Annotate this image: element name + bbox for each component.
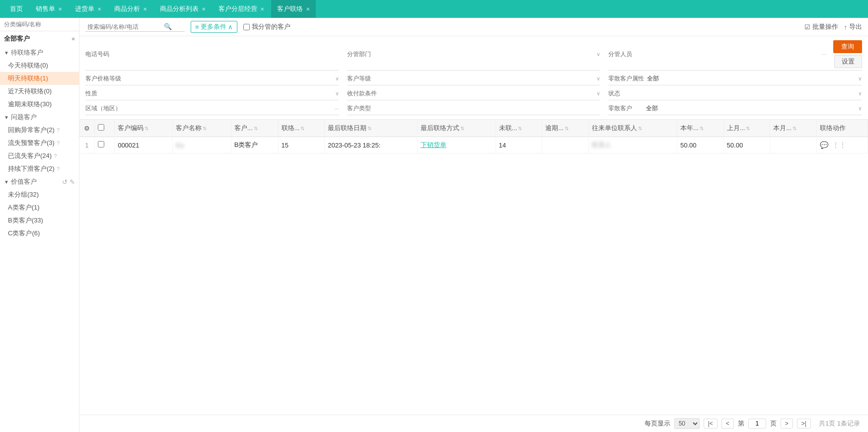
col-type: 客户...⇅ xyxy=(231,120,278,137)
nav-product-analysis[interactable]: 商品分析 ✕ xyxy=(108,0,153,18)
search-wrap: 🔍 xyxy=(85,22,185,32)
sidebar-item-ungrouped[interactable]: 未分组(32) xyxy=(0,188,79,201)
nav-close-sales[interactable]: ✕ xyxy=(58,6,62,12)
chevron-down-icon6[interactable]: ∨ xyxy=(596,90,600,97)
chevron-down-icon4[interactable]: ∨ xyxy=(858,75,862,82)
chevron-down-icon5[interactable]: ∨ xyxy=(335,90,339,97)
nav-sales[interactable]: 销售单 ✕ xyxy=(30,0,68,18)
table-row: 1 000021 Ea B类客户 15 2023-05-23 18:25: 下销… xyxy=(79,137,868,153)
row-code: 000021 xyxy=(115,137,173,153)
nav-home[interactable]: 首页 xyxy=(4,0,29,18)
sidebar-item-today[interactable]: 今天待联络(0) xyxy=(0,59,79,72)
filter-customer-type-label: 客户类型 xyxy=(347,104,382,113)
search-submit-icon[interactable]: 🔍 xyxy=(164,23,172,30)
my-customers-checkbox[interactable] xyxy=(243,24,250,30)
filter-nature-label: 性质 xyxy=(85,89,120,98)
chevron-down-icon2[interactable]: ∨ xyxy=(335,75,339,82)
all-customers-label[interactable]: 全部客户 « xyxy=(0,31,79,46)
filter-phone-row: 电话号码 xyxy=(85,40,339,71)
filter-retail-attr-label: 零散客户属性 xyxy=(608,74,644,83)
nav-close-product-analysis-list[interactable]: ✕ xyxy=(202,6,206,12)
filter-bar: 🔍 ≡ 更多条件 ∧ 我分管的客户 ☑ 批量操作 ↑ 导出 xyxy=(79,18,868,36)
row-uncontact: 14 xyxy=(496,137,542,153)
sidebar-group-value[interactable]: ▼ 价值客户 ↺ ✎ xyxy=(0,175,79,188)
edit-icon[interactable]: ✎ xyxy=(70,178,75,186)
settings-btn[interactable]: 设置 xyxy=(834,55,862,68)
col-this-year: 本年...⇅ xyxy=(677,120,724,137)
row-last-date: 2023-05-23 18:25: xyxy=(325,137,418,153)
collapse-icon[interactable]: « xyxy=(72,35,75,42)
sidebar-item-class-a[interactable]: A类客户(1) xyxy=(0,201,79,214)
col-last-date: 最后联络日期⇅ xyxy=(325,120,418,137)
filter-actions: 查询 设置 xyxy=(833,40,862,68)
refresh-icon[interactable]: ↺ xyxy=(62,178,68,186)
more-filters-btn[interactable]: ≡ 更多条件 ∧ xyxy=(191,21,237,33)
col-gear[interactable]: ⚙ xyxy=(79,120,94,137)
filter-retail-attr-value: 全部 xyxy=(647,74,855,83)
sidebar-search-wrap: 🔍 xyxy=(0,18,79,31)
sidebar-item-tomorrow[interactable]: 明天待联络(1) xyxy=(0,72,79,85)
filter-dept-label: 分管部门 xyxy=(347,50,382,59)
sidebar-item-overdue[interactable]: 逾期未联络(30) xyxy=(0,98,79,111)
grid-action-icon[interactable]: ⋮⋮ xyxy=(832,141,846,149)
content-area: 🔍 ≡ 更多条件 ∧ 我分管的客户 ☑ 批量操作 ↑ 导出 xyxy=(79,18,868,432)
query-btn[interactable]: 查询 xyxy=(833,40,862,53)
sidebar-item-loss-warning[interactable]: 流失预警客户(3) ? xyxy=(0,137,79,149)
filter-icon: ≡ xyxy=(195,23,199,31)
comment-action-icon[interactable]: 💬 xyxy=(820,141,828,149)
help-icon: ? xyxy=(57,166,60,172)
page-number-input[interactable] xyxy=(748,419,766,429)
page-size-select[interactable]: 50 100 200 xyxy=(674,418,700,429)
sidebar-item-lost[interactable]: 已流失客户(24) ? xyxy=(0,149,79,162)
row-contact: 15 xyxy=(278,137,325,153)
nav-close-purchase[interactable]: ✕ xyxy=(97,6,101,12)
my-customers-checkbox-wrap[interactable]: 我分管的客户 xyxy=(243,22,290,31)
chevron-down-icon3[interactable]: ∨ xyxy=(596,75,600,82)
last-method-link[interactable]: 下销货单 xyxy=(421,141,446,148)
sidebar-item-class-b[interactable]: B类客户(33) xyxy=(0,214,79,227)
nav-product-analysis-list[interactable]: 商品分析列表 ✕ xyxy=(154,0,212,18)
sidebar-item-declining[interactable]: 持续下滑客户(2) ? xyxy=(0,162,79,175)
chevron-up-icon: ∧ xyxy=(228,23,233,31)
more-icon2[interactable]: ··· xyxy=(334,106,339,112)
row-last-method[interactable]: 下销货单 xyxy=(417,137,496,153)
nav-close-customer-tier[interactable]: ✕ xyxy=(260,6,264,12)
nav-customer-contact[interactable]: 客户联络 ✕ xyxy=(271,0,316,18)
next-page-btn[interactable]: > xyxy=(781,419,793,429)
sidebar-item-class-c[interactable]: C类客户(6) xyxy=(0,227,79,240)
last-page-btn[interactable]: >| xyxy=(797,419,811,429)
first-page-btn[interactable]: |< xyxy=(704,419,718,429)
filter-phone-label: 电话号码 xyxy=(85,50,120,59)
filter-dept-row: 分管部门 ∨ xyxy=(347,40,601,71)
main-search-input[interactable] xyxy=(87,23,162,30)
more-icon[interactable]: ··· xyxy=(822,51,826,57)
nav-customer-tier[interactable]: 客户分层经营 ✕ xyxy=(213,0,270,18)
filter-nature-row: 性质 ∨ xyxy=(85,89,339,100)
nav-close-customer-contact[interactable]: ✕ xyxy=(306,6,310,12)
sidebar-item-7days[interactable]: 近7天待联络(0) xyxy=(0,85,79,98)
chevron-down-icon7[interactable]: ∨ xyxy=(858,90,862,97)
batch-operations-btn[interactable]: ☑ 批量操作 xyxy=(804,22,838,31)
chevron-down-icon8[interactable]: ∨ xyxy=(858,105,862,112)
main-layout: 🔍 全部客户 « ▼ 待联络客户 今天待联络(0) 明天待联络(1) 近7天待联… xyxy=(0,18,868,432)
export-btn[interactable]: ↑ 导出 xyxy=(844,22,863,31)
chevron-down-icon[interactable]: ∨ xyxy=(596,51,600,58)
filter-retail-row: 零散客户 全部 ∨ xyxy=(608,104,862,115)
top-nav: 首页 销售单 ✕ 进货单 ✕ 商品分析 ✕ 商品分析列表 ✕ 客户分层经营 ✕ … xyxy=(0,0,868,18)
col-checkbox[interactable] xyxy=(94,120,115,137)
nav-close-product-analysis[interactable]: ✕ xyxy=(143,6,147,12)
filter-region-label: 区域（地区） xyxy=(85,104,121,113)
sidebar-search-input[interactable] xyxy=(4,21,78,28)
filter-payment-row: 收付款条件 ∨ xyxy=(347,89,601,100)
row-checkbox[interactable] xyxy=(94,137,115,153)
sidebar-group-pending[interactable]: ▼ 待联络客户 xyxy=(0,46,79,59)
select-all-checkbox[interactable] xyxy=(98,124,104,131)
prev-page-btn[interactable]: < xyxy=(722,419,734,429)
sidebar-group-problem[interactable]: ▼ 问题客户 xyxy=(0,111,79,124)
row-contact-person: 联系人 xyxy=(588,137,677,153)
sidebar-item-abnormal[interactable]: 回购异常客户(2) ? xyxy=(0,124,79,137)
filter-phone-input[interactable] xyxy=(123,51,339,58)
nav-purchase[interactable]: 进货单 ✕ xyxy=(69,0,107,18)
filter-region-row: 区域（地区） ··· xyxy=(85,104,339,115)
col-name: 客户名称⇅ xyxy=(173,120,231,137)
